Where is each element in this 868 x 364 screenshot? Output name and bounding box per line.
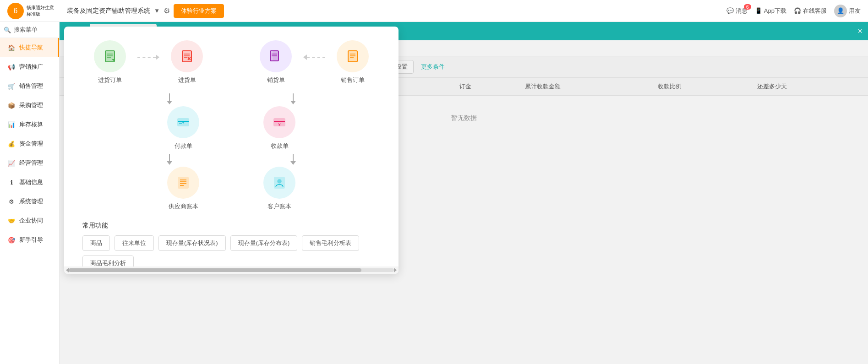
flow-row-1: 进货订单 <box>82 40 380 84</box>
content-area: 首页 销售订单执行表 × × ❓ 帮助 <box>60 22 868 364</box>
receipt-label: 收款单 <box>271 142 289 150</box>
arrow-down-sales <box>277 93 309 104</box>
message-icon: 💬 <box>726 7 734 14</box>
purchase-bill-circle[interactable] <box>171 40 203 72</box>
scroll-right-arrow[interactable] <box>394 268 397 272</box>
arrow-purchase-to-bill <box>137 54 159 60</box>
func-btn-product[interactable]: 商品 <box>82 235 110 251</box>
payment-circle[interactable]: ¥ <box>167 106 199 138</box>
common-func-title: 常用功能 <box>82 222 380 230</box>
svg-rect-27 <box>178 177 188 188</box>
arrow-down-purchase <box>153 93 186 104</box>
arrow-down-payment <box>153 154 186 165</box>
system-name: 装备及固定资产辅助管理系统 <box>67 7 150 15</box>
settings-icon-button[interactable]: ⚙ <box>164 6 170 15</box>
func-btn-stock-status[interactable]: 现存量(库存状况表) <box>158 235 226 251</box>
sales-order-circle[interactable] <box>337 40 369 72</box>
top-bar: 6 畅康通好生意 标准版 装备及固定资产辅助管理系统 ▼ ⚙ 体验行业方案 💬 … <box>0 0 868 22</box>
flow-node-purchase-bill[interactable]: 进货单 <box>159 40 214 84</box>
operations-icon: 📈 <box>7 159 16 167</box>
system-dropdown-button[interactable]: ▼ <box>154 7 160 14</box>
arrow-down-receipt <box>277 154 309 165</box>
purchase-bill-label: 进货单 <box>178 76 196 84</box>
sidebar-item-operations[interactable]: 📈 经营管理 <box>0 153 59 173</box>
sidebar: 🔍 搜索菜单 🏠 快捷导航 📢 营销推广 🛒 销售管理 📦 采购管理 📊 <box>0 22 60 364</box>
sidebar-item-quick-nav[interactable]: 🏠 快捷导航 <box>0 38 59 57</box>
info-icon: ℹ <box>7 178 16 186</box>
newbie-icon: 🎯 <box>7 236 16 244</box>
sidebar-item-sales[interactable]: 🛒 销售管理 <box>0 76 59 96</box>
supplier-ledger-label: 供应商账本 <box>169 202 198 211</box>
sales-icon: 🛒 <box>7 82 16 90</box>
flow-node-payment[interactable]: ¥ 付款单 <box>156 106 211 150</box>
supplier-ledger-circle[interactable] <box>167 167 199 199</box>
sidebar-item-finance[interactable]: 💰 资金管理 <box>0 134 59 153</box>
sidebar-item-enterprise[interactable]: 🤝 企业协同 <box>0 211 59 230</box>
flow-node-customer-ledger[interactable]: 客户账本 <box>252 167 307 211</box>
search-menu-button[interactable]: 🔍 搜索菜单 <box>0 22 59 38</box>
flow-row-3: 供应商账本 <box>82 167 380 211</box>
workflow-modal: 进货订单 <box>64 27 399 274</box>
svg-rect-15 <box>348 51 357 62</box>
try-industry-button[interactable]: 体验行业方案 <box>174 4 224 18</box>
purchase-order-circle[interactable] <box>94 40 126 72</box>
modal-scrollbar[interactable] <box>64 266 399 274</box>
online-service-button[interactable]: 🎧 在线客服 <box>794 7 827 15</box>
customer-ledger-circle[interactable] <box>263 167 295 199</box>
func-buttons-row-1: 商品 往来单位 现存量(库存状况表) 现存量(库存分布表) 销售毛利分析表 商品… <box>82 235 380 271</box>
flow-node-sales-order[interactable]: 销售订单 <box>325 40 380 84</box>
logo-area: 6 畅康通好生意 标准版 <box>7 3 67 19</box>
sidebar-item-system[interactable]: ⚙ 系统管理 <box>0 192 59 211</box>
main-area: 🔍 搜索菜单 🏠 快捷导航 📢 营销推广 🛒 销售管理 📦 采购管理 📊 <box>0 22 868 364</box>
logo-text: 畅康通好生意 标准版 <box>27 5 54 17</box>
finance-icon: 💰 <box>7 140 16 148</box>
scroll-track[interactable] <box>69 268 394 272</box>
customer-ledger-label: 客户账本 <box>267 202 291 211</box>
sales-bill-circle[interactable] <box>260 40 292 72</box>
common-functions-section: 常用功能 商品 往来单位 现存量(库存状况表) 现存量(库存分布表) 销售毛利分… <box>82 222 380 274</box>
receipt-circle[interactable]: ¥ <box>263 106 295 138</box>
top-bar-right: 💬 消息 6 📱 App下载 🎧 在线客服 👤 用友 <box>726 5 861 17</box>
sidebar-item-purchase[interactable]: 📦 采购管理 <box>0 96 59 115</box>
flow-receipt-area: ¥ 收款单 <box>252 106 380 150</box>
sidebar-item-newbie[interactable]: 🎯 新手引导 <box>0 230 59 250</box>
logo-icon: 6 <box>7 3 24 19</box>
arrow-sales-order-to-bill <box>303 54 325 60</box>
flow-node-supplier-ledger[interactable]: 供应商账本 <box>156 167 211 211</box>
sidebar-item-inventory[interactable]: 📊 库存核算 <box>0 115 59 134</box>
inventory-icon: 📊 <box>7 120 16 129</box>
flow-right-group: 销货单 <box>248 40 380 84</box>
flow-node-sales-bill[interactable]: 销货单 <box>248 40 303 84</box>
message-button[interactable]: 💬 消息 6 <box>726 7 748 15</box>
user-menu-button[interactable]: 👤 用友 <box>834 5 861 17</box>
flow-vertical-arrows-2 <box>82 154 380 165</box>
app-download-button[interactable]: 📱 App下载 <box>755 7 786 15</box>
flow-left-group: 进货订单 <box>82 40 214 84</box>
system-icon: ⚙ <box>7 197 16 206</box>
flow-row-2: ¥ 付款单 <box>82 106 380 150</box>
search-icon: 🔍 <box>4 27 11 33</box>
purchase-order-label: 进货订单 <box>98 76 122 84</box>
flow-node-receipt[interactable]: ¥ 收款单 <box>252 106 307 150</box>
svg-point-33 <box>278 179 281 183</box>
flow-node-purchase-order[interactable]: 进货订单 <box>82 40 137 84</box>
sidebar-item-marketing[interactable]: 📢 营销推广 <box>0 57 59 76</box>
svg-rect-22 <box>179 123 182 124</box>
enterprise-icon: 🤝 <box>7 217 16 225</box>
scroll-thumb[interactable] <box>69 268 361 272</box>
flow-vertical-arrows <box>82 93 380 104</box>
func-btn-stock-dist[interactable]: 现存量(库存分布表) <box>230 235 298 251</box>
purchase-icon: 📦 <box>7 101 16 109</box>
sidebar-item-basic-info[interactable]: ℹ 基础信息 <box>0 173 59 192</box>
payment-label: 付款单 <box>175 142 192 150</box>
home-icon: 🏠 <box>7 43 16 52</box>
func-btn-counterpart[interactable]: 往来单位 <box>115 235 154 251</box>
service-icon: 🎧 <box>794 7 801 14</box>
sales-bill-label: 销货单 <box>267 76 285 84</box>
sales-order-label: 销售订单 <box>341 76 365 84</box>
flow-payment-area: ¥ 付款单 <box>82 106 211 150</box>
marketing-icon: 📢 <box>7 63 16 71</box>
app-container: 6 畅康通好生意 标准版 装备及固定资产辅助管理系统 ▼ ⚙ 体验行业方案 💬 … <box>0 0 868 364</box>
app-icon: 📱 <box>755 7 762 14</box>
func-btn-sales-margin[interactable]: 销售毛利分析表 <box>302 235 359 251</box>
